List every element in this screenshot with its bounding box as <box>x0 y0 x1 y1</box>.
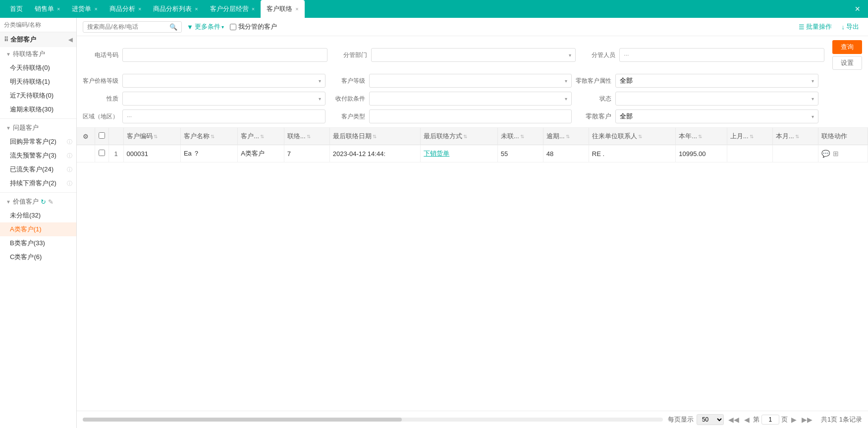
nav-sales[interactable]: 销售单 × <box>29 0 66 18</box>
info-icon-repurchase: ⓘ <box>67 138 72 146</box>
qr-icon[interactable]: ⊞ <box>833 150 839 158</box>
settings-btn[interactable]: 设置 <box>832 56 862 70</box>
retail-customer-select[interactable]: 全部 ▾ <box>615 109 818 123</box>
price-level-select[interactable]: ▾ <box>122 74 326 88</box>
customer-type-input[interactable] <box>369 109 572 123</box>
value-customers-group[interactable]: ▼ 价值客户 ↻ ✎ <box>0 195 76 209</box>
th-this-year[interactable]: 本年... ⇅ <box>676 128 727 145</box>
sidebar-search-input[interactable] <box>4 21 77 28</box>
th-last-month[interactable]: 上月... ⇅ <box>727 128 772 145</box>
status-field: 状态 ▾ <box>576 92 818 106</box>
th-last-method[interactable]: 最后联络方式 ⇅ <box>421 128 497 145</box>
nav-customer-tier[interactable]: 客户分层经营 × <box>204 0 261 18</box>
sort-icon-not-contacted: ⇅ <box>520 134 524 139</box>
prev-page-btn[interactable]: ◀ <box>743 416 751 424</box>
table-area: ⚙ 客户编码 ⇅ 客户名称 <box>77 128 868 411</box>
filter-search-input[interactable] <box>87 23 169 30</box>
nav-analysis-list[interactable]: 商品分析列表 × <box>147 0 204 18</box>
th-check[interactable] <box>95 128 108 145</box>
all-customers-header[interactable]: ⠿ 全部客户 ◀ <box>0 32 76 47</box>
batch-icon: ☰ <box>799 23 805 31</box>
filter-search-icon[interactable]: 🔍 <box>169 23 177 31</box>
h-scrollbar-thumb[interactable] <box>83 418 402 422</box>
my-customers-input[interactable] <box>230 24 236 30</box>
region-select[interactable]: ··· <box>122 109 326 123</box>
next-page-btn[interactable]: ▶ <box>790 416 798 424</box>
customer-type-field: 客户类型 <box>329 109 572 123</box>
last-page-btn[interactable]: ▶▶ <box>800 416 814 424</box>
retail-attr-select[interactable]: 全部 ▾ <box>615 74 818 88</box>
sidebar-item-churn-warn[interactable]: 流失预警客户(3) ⓘ <box>0 149 76 162</box>
nav-home[interactable]: 首页 <box>4 0 29 18</box>
close-customer-tier[interactable]: × <box>252 6 255 12</box>
sidebar-item-declining[interactable]: 持续下滑客户(2) ⓘ <box>0 176 76 190</box>
value-edit-icon[interactable]: ✎ <box>48 198 54 206</box>
td-contact: 7 <box>284 145 329 162</box>
h-scrollbar[interactable] <box>83 418 663 422</box>
info-icon-churn-warn: ⓘ <box>67 152 72 160</box>
close-purchase[interactable]: × <box>94 6 97 12</box>
customer-level-select[interactable]: ▾ <box>369 74 572 88</box>
batch-operation-btn[interactable]: ☰ 批量操作 <box>796 21 835 33</box>
row-checkbox[interactable] <box>99 150 105 156</box>
manager-more[interactable]: ··· <box>624 52 629 58</box>
th-name[interactable]: 客户名称 ⇅ <box>180 128 237 145</box>
th-action: 联络动作 <box>818 128 868 145</box>
manager-select[interactable]: ··· <box>619 48 824 62</box>
th-overdue[interactable]: 逾期... ⇅ <box>543 128 589 145</box>
sidebar-item-b-class[interactable]: B类客户(33) <box>0 236 76 250</box>
sidebar-item-7days[interactable]: 近7天待联络(0) <box>0 89 76 103</box>
th-this-month[interactable]: 本月... ⇅ <box>772 128 818 145</box>
bottom-bar: 每页显示 50 20 100 ◀◀ ◀ 第 页 ▶ ▶▶ 共1页 1条记录 <box>77 411 868 428</box>
nav-customer-contact[interactable]: 客户联络 × <box>261 0 304 18</box>
sidebar-item-churned[interactable]: 已流失客户(24) ⓘ <box>0 162 76 176</box>
chat-icon[interactable]: 💬 <box>821 150 830 158</box>
pending-contact-group[interactable]: ▼ 待联络客户 <box>0 47 76 61</box>
per-page-select[interactable]: 50 20 100 <box>697 414 724 425</box>
nav-analysis[interactable]: 商品分析 × <box>104 0 147 18</box>
th-unit-contact[interactable]: 往来单位联系人 ⇅ <box>589 128 675 145</box>
phone-input[interactable] <box>122 48 327 62</box>
collapse-sidebar-btn[interactable]: ◀ <box>68 37 72 43</box>
sidebar-item-repurchase[interactable]: 回购异常客户(2) ⓘ <box>0 135 76 149</box>
th-contact[interactable]: 联络... ⇅ <box>284 128 329 145</box>
th-type[interactable]: 客户... ⇅ <box>238 128 284 145</box>
filter-bar: 🔍 ▼ 更多条件 ▾ 我分管的客户 ☰ 批量操作 ↓ 导出 <box>77 18 868 36</box>
td-check[interactable] <box>95 145 108 162</box>
select-all-checkbox[interactable] <box>99 132 105 139</box>
sidebar-item-ungrouped[interactable]: 未分组(32) <box>0 209 76 222</box>
close-analysis[interactable]: × <box>138 6 141 12</box>
value-refresh-icon[interactable]: ↻ <box>41 198 46 206</box>
sidebar-item-overdue[interactable]: 逾期未联络(30) <box>0 103 76 116</box>
th-last-date[interactable]: 最后联络日期 ⇅ <box>329 128 421 145</box>
problem-customers-group[interactable]: ▼ 问题客户 <box>0 121 76 135</box>
sidebar-item-today[interactable]: 今天待联络(0) <box>0 61 76 75</box>
content-area: 🔍 ▼ 更多条件 ▾ 我分管的客户 ☰ 批量操作 ↓ 导出 <box>77 18 868 428</box>
status-select[interactable]: ▾ <box>615 92 818 106</box>
sidebar-item-tomorrow[interactable]: 明天待联络(1) <box>0 75 76 89</box>
th-settings[interactable]: ⚙ <box>77 128 95 145</box>
close-analysis-list[interactable]: × <box>195 6 198 12</box>
last-method-link[interactable]: 下销货单 <box>424 150 449 157</box>
close-all-btn[interactable]: × <box>851 4 864 14</box>
problem-arrow: ▼ <box>6 125 11 131</box>
my-customers-checkbox[interactable]: 我分管的客户 <box>230 22 277 31</box>
first-page-btn[interactable]: ◀◀ <box>727 416 741 424</box>
th-not-contacted[interactable]: 未联... ⇅ <box>497 128 543 145</box>
region-field: 区域（地区） ··· <box>83 109 326 123</box>
nature-select[interactable]: ▾ <box>122 92 326 106</box>
page-num-input[interactable] <box>761 415 779 425</box>
sidebar-item-a-class[interactable]: A类客户(1) <box>0 222 76 236</box>
payment-select[interactable]: ▾ <box>369 92 572 106</box>
export-btn[interactable]: ↓ 导出 <box>839 21 863 33</box>
action-icons: 💬 ⊞ <box>821 150 865 158</box>
sidebar-item-c-class[interactable]: C类客户(6) <box>0 250 76 264</box>
region-more[interactable]: ··· <box>127 113 132 120</box>
close-sales[interactable]: × <box>57 6 60 12</box>
close-customer-contact[interactable]: × <box>295 6 298 12</box>
more-conditions-btn[interactable]: ▼ 更多条件 ▾ <box>187 22 224 31</box>
nav-purchase[interactable]: 进货单 × <box>66 0 103 18</box>
dept-select[interactable]: ▾ <box>371 48 576 62</box>
th-code[interactable]: 客户编码 ⇅ <box>123 128 180 145</box>
query-btn[interactable]: 查询 <box>832 40 862 54</box>
